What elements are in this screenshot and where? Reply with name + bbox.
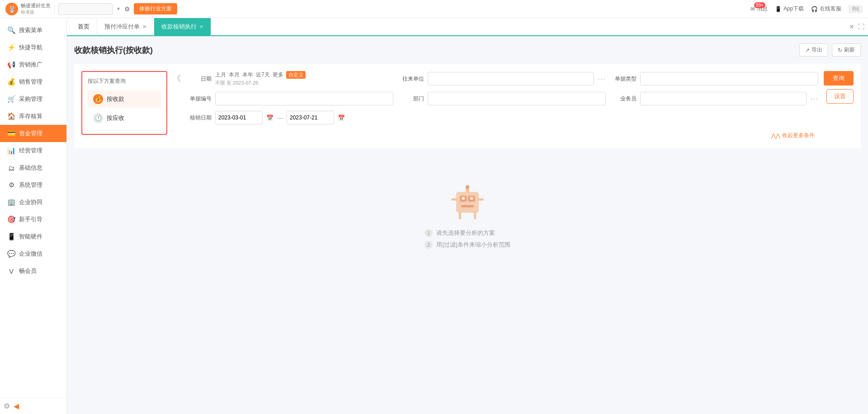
- message-button[interactable]: ✉ 消息 99+: [750, 5, 768, 13]
- svg-rect-3: [462, 197, 465, 200]
- date-7days[interactable]: 近7天: [256, 71, 270, 79]
- app-download-button[interactable]: 📱 App下载: [775, 5, 804, 13]
- date-custom[interactable]: 自定义: [286, 71, 306, 79]
- tab-prepay-label: 预付冲应付单: [104, 23, 140, 31]
- wechat-icon: 💬: [7, 250, 15, 258]
- employee-field: 业务员 ···: [613, 92, 818, 105]
- svg-point-7: [466, 185, 469, 189]
- filter-option-receivable[interactable]: 🕐 按应收: [88, 109, 161, 127]
- doc-no-input[interactable]: [215, 92, 393, 105]
- tab-prepay[interactable]: 预付冲应付单 ✕: [97, 18, 154, 36]
- sidebar-label-search: 搜索菜单: [19, 26, 42, 34]
- sidebar-label-guide: 新手引导: [19, 215, 42, 224]
- tab-prepay-close[interactable]: ✕: [142, 24, 146, 30]
- topbar: 🐰 畅捷通好生意 标准版 ▼ ⚙ 体验行业方案 ✉ 消息 99+ 📱 App下载…: [0, 0, 868, 18]
- tab-collection-close[interactable]: ✕: [199, 24, 203, 30]
- refresh-button[interactable]: ↻ 刷新: [832, 43, 861, 57]
- query-button[interactable]: 查询: [824, 71, 854, 86]
- filter-option-receivable-label: 按应收: [107, 114, 124, 122]
- export-button[interactable]: ↗ 导出: [799, 43, 828, 57]
- content-area: 首页 预付冲应付单 ✕ 收款核销执行 ✕ ✕ ⛶ 收款核销执行(按收款): [67, 18, 868, 414]
- sidebar-label-shortcut: 快捷导航: [19, 43, 42, 52]
- flash-icon: ⚡: [7, 43, 15, 52]
- sidebar-item-basic[interactable]: 🗂 基础信息: [0, 159, 66, 176]
- filter-option-receipt[interactable]: 💰 按收款: [88, 90, 161, 108]
- user-info[interactable]: Rit: [849, 5, 863, 13]
- settings-button[interactable]: 设置: [826, 89, 854, 104]
- tab-collection[interactable]: 收款核销执行 ✕: [154, 18, 211, 36]
- filter-collapse-button[interactable]: 《: [171, 71, 183, 86]
- empty-tips: 1 请先选择要分析的方案 2 用[过滤]条件来缩小分析范围: [425, 229, 510, 249]
- topbar-right: ✉ 消息 99+ 📱 App下载 🎧 在线客服 Rit: [750, 5, 863, 13]
- page-actions: ↗ 导出 ↻ 刷新: [799, 43, 861, 57]
- tabbar-right: ✕ ⛶: [849, 23, 864, 30]
- dept-select[interactable]: [428, 92, 606, 105]
- gear-icon[interactable]: ⚙: [124, 5, 130, 13]
- app-logo: 🐰 畅捷通好生意 标准版: [5, 2, 51, 15]
- employee-input[interactable]: [640, 92, 807, 105]
- industry-button[interactable]: 体验行业方案: [134, 3, 177, 14]
- settings-icon[interactable]: ⚙: [4, 402, 10, 410]
- date-last-month[interactable]: 上月: [215, 71, 226, 79]
- sidebar-item-search[interactable]: 🔍 搜索菜单: [0, 22, 66, 39]
- logo-text: 畅捷通好生意 标准版: [21, 2, 51, 15]
- folder-icon: 🗂: [7, 164, 15, 172]
- sidebar-item-finance[interactable]: 💳 资金管理: [0, 125, 66, 142]
- empty-tip-1: 1 请先选择要分析的方案: [425, 229, 510, 237]
- sidebar-item-system[interactable]: ⚙ 系统管理: [0, 176, 66, 194]
- sidebar-item-shortcut[interactable]: ⚡ 快捷导航: [0, 39, 66, 56]
- expand-window-icon[interactable]: ⛶: [858, 23, 864, 30]
- topbar-divider: [54, 5, 55, 14]
- sidebar-item-wechat[interactable]: 💬 企业微信: [0, 245, 66, 262]
- empty-illustration: [445, 181, 490, 222]
- page-title: 收款核销执行(按收款): [74, 45, 153, 56]
- employee-more-icon[interactable]: ···: [810, 94, 818, 104]
- filter-panel-title: 按以下方案查询: [88, 77, 161, 85]
- employee-label: 业务员: [613, 95, 637, 103]
- counterpart-input[interactable]: [428, 72, 594, 86]
- sidebar-menu: 🔍 搜索菜单 ⚡ 快捷导航 📢 营销推广 💰 销售管理 🛒 采购管理 🏠: [0, 18, 66, 398]
- sidebar-item-hardware[interactable]: 📱 智能硬件: [0, 228, 66, 245]
- close-window-icon[interactable]: ✕: [849, 23, 854, 30]
- counterpart-field: 往来单位 ···: [401, 72, 606, 86]
- calendar-start-icon[interactable]: 📅: [266, 114, 274, 121]
- sidebar-label-inventory: 库存核算: [19, 112, 42, 120]
- collapse-icon[interactable]: ◀: [14, 402, 19, 410]
- date-more[interactable]: 更多: [273, 71, 283, 79]
- sidebar-item-member[interactable]: V 畅会员: [0, 262, 66, 280]
- sidebar-item-purchase[interactable]: 🛒 采购管理: [0, 90, 66, 108]
- doc-type-field: 单据类型: [613, 72, 818, 86]
- dept-field: 部门: [401, 92, 606, 105]
- tab-home[interactable]: 首页: [71, 18, 97, 36]
- cart-icon: 🛒: [7, 95, 15, 103]
- date-label: 日期: [188, 75, 212, 83]
- doc-no-field: 单据编号: [188, 92, 393, 105]
- online-service-button[interactable]: 🎧 在线客服: [811, 5, 841, 13]
- doc-type-label: 单据类型: [613, 75, 637, 83]
- page-content: 收款核销执行(按收款) ↗ 导出 ↻ 刷新 按以下方: [67, 36, 868, 414]
- calendar-end-icon[interactable]: 📅: [338, 114, 345, 121]
- collapse-more-button[interactable]: ⋀⋀ 收起更多条件: [768, 130, 818, 141]
- sidebar-item-inventory[interactable]: 🏠 库存核算: [0, 108, 66, 125]
- receipt-icon: 💰: [93, 94, 103, 104]
- counterpart-more-icon[interactable]: ···: [598, 74, 606, 84]
- doc-type-select[interactable]: [640, 72, 818, 86]
- doc-no-label: 单据编号: [188, 95, 212, 103]
- verify-date-start-input[interactable]: [215, 111, 263, 124]
- sidebar-item-guide[interactable]: 🎯 新手引导: [0, 211, 66, 228]
- sidebar-item-operation[interactable]: 📊 经营管理: [0, 142, 66, 159]
- date-this-year[interactable]: 本年: [242, 71, 253, 79]
- date-this-month[interactable]: 本月: [229, 71, 240, 79]
- sidebar-label-finance: 资金管理: [19, 129, 42, 138]
- filter-option-receipt-label: 按收款: [107, 95, 124, 103]
- sidebar-item-sales[interactable]: 💰 销售管理: [0, 73, 66, 90]
- verify-date-end-input[interactable]: [287, 111, 334, 124]
- svg-rect-4: [470, 197, 473, 200]
- sidebar-item-enterprise[interactable]: 🏢 企业协同: [0, 194, 66, 211]
- search-input[interactable]: [58, 3, 113, 15]
- verify-date-label: 核销日期: [188, 114, 212, 122]
- collapse-more-icon: ⋀⋀: [771, 133, 780, 139]
- member-icon: V: [7, 267, 15, 275]
- sidebar-item-marketing[interactable]: 📢 营销推广: [0, 56, 66, 73]
- date-quick-links: 上月 本月 本年 近7天 更多 自定义: [215, 71, 393, 79]
